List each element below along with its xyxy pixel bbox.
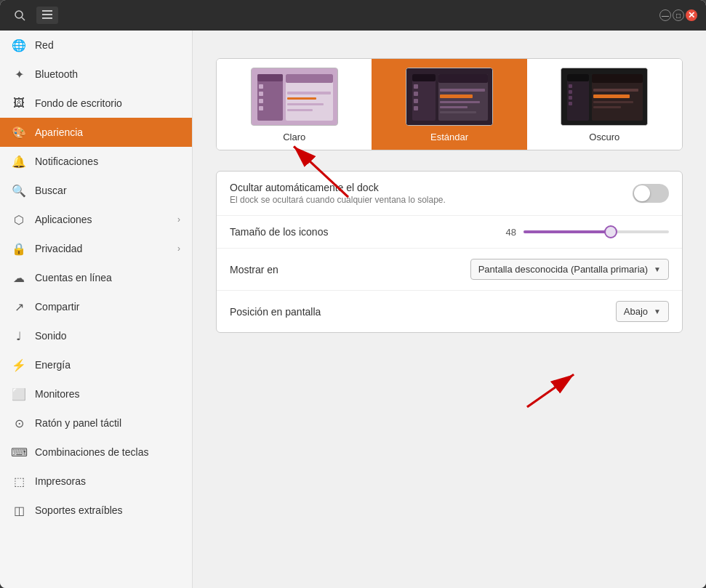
theme-oscuro[interactable]: Oscuro (527, 59, 682, 150)
row-label-posicion: Posición en pantalla (230, 306, 616, 318)
sidebar-item-raton[interactable]: ⊙ Ratón y panel táctil (0, 408, 192, 438)
slider-fill-tamano (524, 230, 611, 233)
sidebar-item-buscar[interactable]: 🔍 Buscar (0, 176, 192, 205)
dock-row-tamano: Tamaño de los iconos 48 (217, 216, 682, 249)
sidebar-item-impresoras[interactable]: ⬚ Impresoras (0, 467, 192, 496)
label-bluetooth: Bluetooth (35, 68, 180, 80)
sidebar-item-notificaciones[interactable]: 🔔 Notificaciones (0, 147, 192, 176)
svg-rect-28 (440, 94, 473, 98)
slider-value-tamano: 48 (498, 227, 516, 238)
label-apariencia: Apariencia (35, 126, 180, 138)
maximize-button[interactable]: □ (673, 9, 684, 21)
sidebar-item-energia[interactable]: ⚡ Energía (0, 350, 192, 379)
svg-rect-7 (257, 74, 283, 81)
theme-preview-estandar (406, 68, 493, 126)
svg-rect-22 (414, 92, 418, 96)
icon-raton: ⊙ (12, 416, 26, 430)
icon-apariencia: 🎨 (12, 125, 26, 140)
expand-arrow-aplicaciones: › (177, 214, 180, 225)
dock-row-ocultar: Ocultar automáticamente el dock El dock … (217, 172, 682, 216)
label-compartir: Compartir (35, 301, 180, 313)
svg-rect-21 (414, 84, 418, 89)
row-label-tamano: Tamaño de los iconos (230, 226, 498, 238)
svg-rect-4 (42, 17, 52, 19)
sidebar-item-aplicaciones[interactable]: ⬡ Aplicaciones › (0, 205, 192, 234)
icon-notificaciones: 🔔 (12, 154, 26, 169)
sidebar-item-bluetooth[interactable]: ✦ Bluetooth (0, 60, 192, 89)
sidebar-item-soportes[interactable]: ◫ Soportes extraíbles (0, 496, 192, 525)
label-fondo: Fondo de escritorio (35, 97, 180, 109)
svg-rect-20 (412, 74, 436, 81)
dropdown-arrow-posicion: ▼ (654, 307, 661, 315)
menu-button[interactable] (36, 7, 58, 24)
app-window: — □ ✕ 🌐 Red ✦ Bluetooth 🖼 Fondo de escri… (0, 0, 706, 588)
sidebar: 🌐 Red ✦ Bluetooth 🖼 Fondo de escritorio … (0, 31, 193, 588)
svg-rect-17 (287, 109, 313, 111)
sidebar-item-apariencia[interactable]: 🎨 Apariencia (0, 118, 192, 147)
svg-rect-2 (42, 10, 52, 12)
svg-rect-26 (438, 74, 488, 83)
label-sonido: Sonido (35, 330, 180, 342)
sidebar-item-compartir[interactable]: ↗ Compartir (0, 292, 192, 321)
svg-point-0 (15, 11, 23, 18)
themes-container: Claro Estándar Oscuro (216, 58, 683, 150)
label-monitores: Monitores (35, 388, 180, 400)
dropdown-posicion[interactable]: Abajo ▼ (616, 301, 669, 322)
icon-aplicaciones: ⬡ (12, 212, 26, 227)
icon-impresoras: ⬚ (12, 474, 26, 488)
sidebar-item-fondo[interactable]: 🖼 Fondo de escritorio (0, 89, 192, 118)
icon-fondo: 🖼 (12, 96, 26, 110)
theme-preview-claro (251, 68, 338, 126)
svg-rect-42 (593, 94, 630, 98)
svg-rect-15 (287, 97, 316, 100)
sidebar-item-privacidad[interactable]: 🔒 Privacidad › (0, 234, 192, 263)
close-button[interactable]: ✕ (686, 9, 697, 21)
row-text-tamano: Tamaño de los iconos (230, 226, 498, 238)
theme-claro[interactable]: Claro (217, 59, 372, 150)
icon-sonido: ♩ (12, 329, 26, 343)
theme-label-estandar: Estándar (430, 132, 468, 142)
svg-rect-14 (287, 92, 331, 94)
sidebar-item-cuentas[interactable]: ☁ Cuentas en línea (0, 263, 192, 292)
sidebar-item-monitores[interactable]: ⬜ Monitores (0, 379, 192, 408)
main-content: 🌐 Red ✦ Bluetooth 🖼 Fondo de escritorio … (0, 31, 706, 588)
svg-rect-37 (569, 96, 572, 100)
slider-thumb-tamano[interactable] (604, 225, 617, 238)
search-icon[interactable] (9, 4, 31, 26)
titlebar: — □ ✕ (0, 0, 706, 31)
slider-track-tamano[interactable] (524, 230, 669, 233)
sidebar-item-combinaciones[interactable]: ⌨ Combinaciones de teclas (0, 438, 192, 467)
slider-container-tamano: 48 (498, 227, 669, 238)
dropdown-mostrar[interactable]: Pantalla desconocida (Pantalla primaria)… (470, 259, 669, 280)
minimize-button[interactable]: — (659, 9, 671, 21)
svg-rect-3 (42, 14, 52, 15)
toggle-ocultar[interactable] (633, 184, 669, 203)
row-text-posicion: Posición en pantalla (230, 306, 616, 318)
row-label-ocultar: Ocultar automáticamente el dock (230, 182, 633, 193)
svg-rect-24 (414, 106, 418, 110)
icon-buscar: 🔍 (12, 183, 26, 198)
expand-arrow-privacidad: › (177, 243, 180, 254)
row-label-mostrar: Mostrar en (230, 264, 470, 275)
svg-rect-31 (440, 111, 476, 113)
icon-combinaciones: ⌨ (12, 445, 26, 459)
label-energia: Energía (35, 359, 180, 371)
label-soportes: Soportes extraíbles (35, 504, 180, 516)
label-privacidad: Privacidad (35, 243, 169, 254)
svg-rect-40 (592, 74, 643, 83)
theme-preview-oscuro (561, 68, 648, 126)
label-raton: Ratón y panel táctil (35, 417, 180, 429)
sidebar-item-sonido[interactable]: ♩ Sonido (0, 321, 192, 350)
icon-privacidad: 🔒 (12, 241, 26, 256)
icon-red: 🌐 (12, 38, 26, 52)
theme-estandar[interactable]: Estándar (372, 59, 526, 150)
label-buscar: Buscar (35, 185, 180, 196)
label-red: Red (35, 39, 180, 51)
sidebar-item-red[interactable]: 🌐 Red (0, 31, 192, 60)
label-notificaciones: Notificaciones (35, 156, 180, 167)
theme-label-oscuro: Oscuro (589, 132, 619, 142)
dropdown-value-posicion: Abajo (624, 306, 648, 317)
dock-row-mostrar: Mostrar en Pantalla desconocida (Pantall… (217, 249, 682, 291)
icon-cuentas: ☁ (12, 270, 26, 285)
svg-rect-27 (440, 89, 485, 92)
